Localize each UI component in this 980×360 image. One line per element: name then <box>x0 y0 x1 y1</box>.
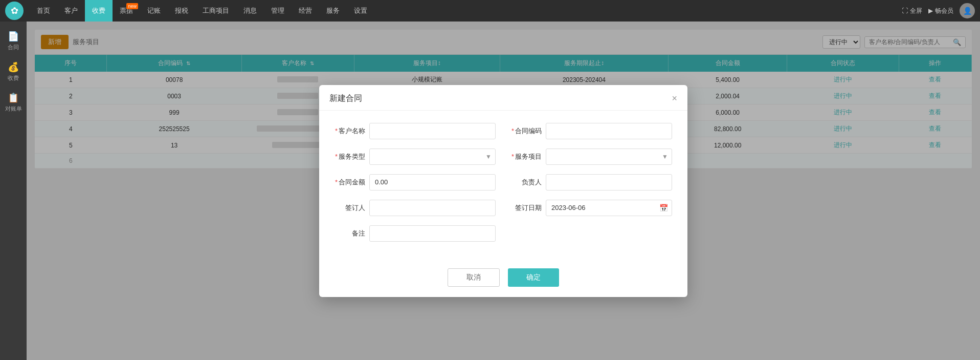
nav-operation[interactable]: 经营 <box>292 0 319 22</box>
nav-management[interactable]: 管理 <box>264 0 292 22</box>
modal-title: 新建合同 <box>329 93 362 104</box>
top-navigation: ✿ 首页 客户 收费 票据 new 记账 报税 工商项目 消息 管理 经营 服务… <box>0 0 980 22</box>
modal-footer: 取消 确定 <box>319 261 687 297</box>
sidebar: 📄 合同 💰 收费 📋 对账单 <box>0 22 27 360</box>
signer-input[interactable] <box>369 200 496 216</box>
member-button[interactable]: ▶ 畅会员 <box>928 7 953 15</box>
app-logo: ✿ <box>5 2 24 20</box>
nav-settings[interactable]: 设置 <box>347 0 374 22</box>
signer-field: 签订人 <box>335 200 496 216</box>
form-row-5: 备注 <box>335 225 672 242</box>
person-field: 负责人 <box>511 174 672 190</box>
form-row-3: *合同金额 0.00 负责人 <box>335 174 672 190</box>
amount-field: *合同金额 0.00 <box>335 174 496 190</box>
service-item-field: *服务项目 ▼ <box>511 149 672 165</box>
form-row-2: *服务类型 ▼ *服务项目 ▼ <box>335 149 672 165</box>
fees-icon: 💰 <box>8 61 19 73</box>
main-layout: 📄 合同 💰 收费 📋 对账单 新增 服务项目 进行中 已终止 全部 <box>0 22 980 360</box>
notes-field: 备注 <box>335 225 496 242</box>
fullscreen-button[interactable]: ⛶ 全屏 <box>902 7 922 15</box>
contract-no-input[interactable] <box>546 123 672 139</box>
modal-overlay: 新建合同 × *客户名称 *合同编码 <box>27 22 980 360</box>
service-type-select-wrap: ▼ <box>369 149 496 165</box>
service-item-input[interactable] <box>546 149 672 165</box>
reconciliation-icon: 📋 <box>8 92 19 103</box>
notes-input[interactable] <box>369 225 496 242</box>
nav-customer[interactable]: 客户 <box>57 0 85 22</box>
form-row-4: 签订人 签订日期 2023-06-06 📅 <box>335 200 672 216</box>
service-type-field: *服务类型 ▼ <box>335 149 496 165</box>
nav-message[interactable]: 消息 <box>236 0 264 22</box>
sign-date-field: 签订日期 2023-06-06 📅 <box>511 200 672 216</box>
new-contract-modal: 新建合同 × *客户名称 *合同编码 <box>319 85 687 297</box>
calendar-icon[interactable]: 📅 <box>659 204 668 212</box>
confirm-button[interactable]: 确定 <box>508 268 559 287</box>
amount-input[interactable]: 0.00 <box>369 174 496 190</box>
sidebar-item-reconciliation[interactable]: 📋 对账单 <box>0 88 27 117</box>
fullscreen-icon: ⛶ <box>902 7 908 14</box>
new-badge: new <box>126 3 138 9</box>
nav-items: 首页 客户 收费 票据 new 记账 报税 工商项目 消息 管理 经营 服务 设… <box>30 0 902 22</box>
modal-close-button[interactable]: × <box>672 94 677 103</box>
main-content: 新增 服务项目 进行中 已终止 全部 🔍 <box>27 22 980 360</box>
cancel-button[interactable]: 取消 <box>448 268 500 287</box>
nav-tax[interactable]: 报税 <box>168 0 195 22</box>
service-type-input[interactable] <box>369 149 496 165</box>
contract-icon: 📄 <box>8 31 19 42</box>
sidebar-item-fees[interactable]: 💰 收费 <box>0 57 27 86</box>
nav-invoice[interactable]: 票据 new <box>113 0 140 22</box>
person-input[interactable] <box>546 174 672 190</box>
sign-date-wrap: 2023-06-06 📅 <box>546 200 672 216</box>
form-row-1: *客户名称 *合同编码 <box>335 123 672 139</box>
modal-body: *客户名称 *合同编码 *服务类型 <box>319 111 687 261</box>
customer-name-input[interactable] <box>369 123 496 139</box>
nav-business[interactable]: 工商项目 <box>195 0 236 22</box>
nav-service[interactable]: 服务 <box>319 0 347 22</box>
service-item-select-wrap: ▼ <box>546 149 672 165</box>
sign-date-input[interactable]: 2023-06-06 <box>546 200 672 216</box>
nav-bookkeeping[interactable]: 记账 <box>140 0 168 22</box>
play-icon: ▶ <box>928 7 933 14</box>
nav-home[interactable]: 首页 <box>30 0 57 22</box>
avatar[interactable]: 👤 <box>960 3 975 18</box>
modal-header: 新建合同 × <box>319 85 687 111</box>
nav-right: ⛶ 全屏 ▶ 畅会员 👤 <box>902 3 975 18</box>
nav-fees[interactable]: 收费 <box>85 0 113 22</box>
contract-no-field: *合同编码 <box>511 123 672 139</box>
sidebar-item-contract[interactable]: 📄 合同 <box>0 27 27 55</box>
customer-name-field: *客户名称 <box>335 123 496 139</box>
